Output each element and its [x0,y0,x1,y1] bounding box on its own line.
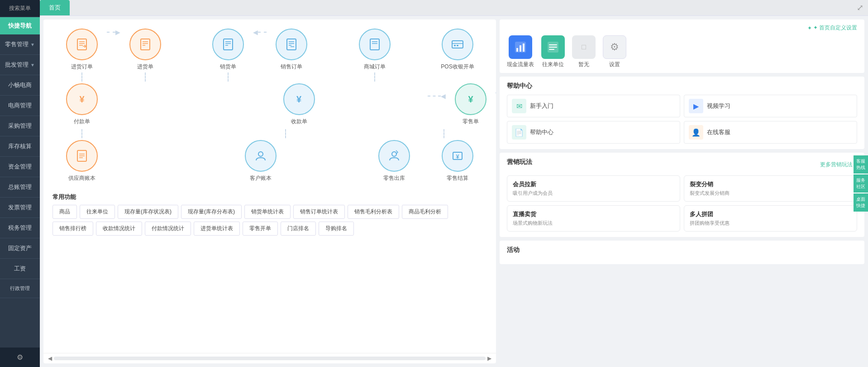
func-btn-retail-order[interactable]: 零售开单 [243,222,278,236]
marketing-title: 营销玩法 [507,158,532,166]
sidebar-item-purchase[interactable]: 采购管理 [0,116,40,136]
shortcuts-header: ✦ ✦ 首页自定义设置 [507,24,857,32]
sidebar-item-ecom-small[interactable]: 小畅电商 [0,75,40,96]
marketing-header: 营销玩法 更多营销玩法 > [507,158,857,171]
helpcenter-icon: 📄 [512,125,526,140]
sidebar: 搜索菜单 快捷导航 零售管理▼ 批发管理▼ 小畅电商 电商管理 采购管理 库存核… [0,0,40,367]
flow-node-customer-ledger[interactable]: 客户账本 [236,140,286,182]
svg-rect-32 [520,45,521,52]
marketing-grid: 会员拉新 吸引用户成为会员 裂变分销 裂变式发展分销商 直播卖货 场景式购物新玩… [507,175,857,232]
svg-rect-33 [523,43,525,52]
sidebar-item-finance[interactable]: 资金管理 [0,157,40,177]
svg-rect-15 [370,39,379,50]
sidebar-item-admin[interactable]: 行政管理 [0,279,40,298]
marketing-more-button[interactable]: 更多营销玩法 > [820,161,857,169]
video-icon: ▶ [689,99,703,113]
func-btn-sales-order-stat[interactable]: 销售订单统计表 [293,205,345,219]
expand-button[interactable]: ⤢ [852,0,868,15]
flow-node-shop-order[interactable]: 商城订单 [350,29,400,71]
sidebar-item-ledger[interactable]: 总账管理 [0,177,40,198]
help-section: 帮助中心 ✉ 新手入门 ▶ 视频学习 📄 帮助中心 👤 [500,77,864,149]
shortcut-settings[interactable]: ⚙ 设置 [603,35,626,68]
svg-point-26 [258,152,263,156]
marketing-fission[interactable]: 裂变分销 裂变式发展分销商 [684,175,857,202]
side-btn-community[interactable]: 服务社区 [854,174,868,193]
flow-node-sales[interactable]: 销货单 [203,29,253,71]
shortcut-none[interactable]: □ 暂无 [572,35,596,68]
func-btn-sales-stat[interactable]: 销货单统计表 [244,205,291,219]
sidebar-item-invoice[interactable]: 发票管理 [0,198,40,218]
sidebar-settings-button[interactable]: ⚙ [0,348,40,367]
marketing-member-title: 会员拉新 [513,180,674,188]
func-btn-purchase-stat[interactable]: 进货单统计表 [194,222,240,236]
help-item-video[interactable]: ▶ 视频学习 [684,95,857,117]
scroll-left-button[interactable]: ◀ [48,355,52,362]
sidebar-item-inventory[interactable]: 库存核算 [0,136,40,157]
func-btn-stock-dist[interactable]: 现存量(库存分布表) [181,205,242,219]
func-btn-payment-stat[interactable]: 付款情况统计 [145,222,191,236]
svg-rect-35 [549,44,557,45]
scroll-right-button[interactable]: ▶ [487,355,491,362]
shortcuts-section: ✦ ✦ 首页自定义设置 现金流量表 往来 [500,19,864,73]
side-btn-service[interactable]: 客服热线 [854,155,868,174]
flow-node-payment[interactable]: ¥ 付款单 [57,83,107,126]
flow-node-purchase[interactable]: 进货单 [120,29,170,71]
marketing-live[interactable]: 直播卖货 场景式购物新玩法 [507,205,680,232]
sidebar-nav-label: 快捷导航 [0,17,40,34]
marketing-fission-title: 裂变分销 [690,180,851,188]
shortcut-settings-icon: ⚙ [603,35,626,59]
flow-node-retail-bill[interactable]: ¥ 零售单 [446,83,496,126]
sidebar-item-assets[interactable]: 固定资产 [0,238,40,259]
svg-rect-18 [452,41,463,48]
marketing-group[interactable]: 多人拼团 拼团购物享受优惠 [684,205,857,232]
shortcut-counterparty[interactable]: 往来单位 [541,35,565,68]
marketing-member-desc: 吸引用户成为会员 [513,190,674,197]
func-btn-product-margin[interactable]: 商品毛利分析 [402,205,448,219]
sidebar-item-ecom[interactable]: 电商管理 [0,96,40,116]
marketing-member[interactable]: 会员拉新 吸引用户成为会员 [507,175,680,202]
flow-node-supplier-ledger[interactable]: 供应商账本 [57,140,107,182]
svg-rect-4 [141,39,150,50]
scroll-track[interactable] [54,357,486,360]
shortcut-none-label: 暂无 [578,61,589,68]
flow-node-retail-out[interactable]: 零售出库 [369,140,419,182]
svg-text:¥: ¥ [456,154,459,160]
help-item-beginner[interactable]: ✉ 新手入门 [507,95,680,117]
sidebar-search[interactable]: 搜索菜单 [0,0,40,17]
sidebar-item-retail[interactable]: 零售管理▼ [0,34,40,55]
flow-node-pos[interactable]: POS收银开单 [433,29,482,71]
flow-node-receipt[interactable]: ¥ 收款单 [274,83,324,126]
shortcuts-setting-button[interactable]: ✦ ✦ 首页自定义设置 [807,24,857,32]
flow-node-purchase-order[interactable]: 进货订单 [57,29,107,71]
sidebar-item-tax[interactable]: 税务管理 [0,218,40,238]
help-title: 帮助中心 [507,82,857,90]
svg-rect-8 [224,39,233,50]
func-btn-stock-status[interactable]: 现存量(库存状况表) [118,205,178,219]
help-item-online[interactable]: 👤 在线客服 [684,121,857,144]
right-panel: ✦ ✦ 首页自定义设置 现金流量表 往来 [500,19,864,363]
shortcuts-grid: 现金流量表 往来单位 □ 暂无 [507,35,857,68]
func-btn-receipt-stat[interactable]: 收款情况统计 [96,222,142,236]
shortcut-cashflow[interactable]: 现金流量表 [507,35,534,68]
svg-rect-20 [454,45,456,46]
marketing-group-title: 多人拼团 [690,210,851,218]
func-btn-sales-rank[interactable]: 销售排行榜 [52,222,93,236]
sidebar-item-salary[interactable]: 工资 [0,259,40,279]
func-btn-guide-rank[interactable]: 导购排名 [319,222,354,236]
shortcut-counterparty-icon [541,35,565,59]
func-btn-sales-margin[interactable]: 销售毛利分析表 [348,205,399,219]
flow-node-retail-settle[interactable]: ¥ 零售结算 [433,140,482,182]
func-btn-product[interactable]: 商品 [52,205,77,219]
side-btn-desktop[interactable]: 桌面快捷 [854,193,868,212]
func-btn-counterparty[interactable]: 往来单位 [80,205,115,219]
sidebar-item-wholesale[interactable]: 批发管理▼ [0,55,40,75]
flow-node-sales-order[interactable]: 销售订单 [267,29,316,71]
marketing-live-title: 直播卖货 [513,210,674,218]
svg-rect-37 [549,49,554,50]
func-btn-store-rank[interactable]: 门店排名 [281,222,316,236]
tab-home[interactable]: 首页 [40,0,70,15]
activity-title: 活动 [507,246,857,254]
help-item-helpcenter[interactable]: 📄 帮助中心 [507,121,680,144]
online-service-label: 在线客服 [707,128,730,136]
help-grid: ✉ 新手入门 ▶ 视频学习 📄 帮助中心 👤 在线客服 [507,95,857,144]
